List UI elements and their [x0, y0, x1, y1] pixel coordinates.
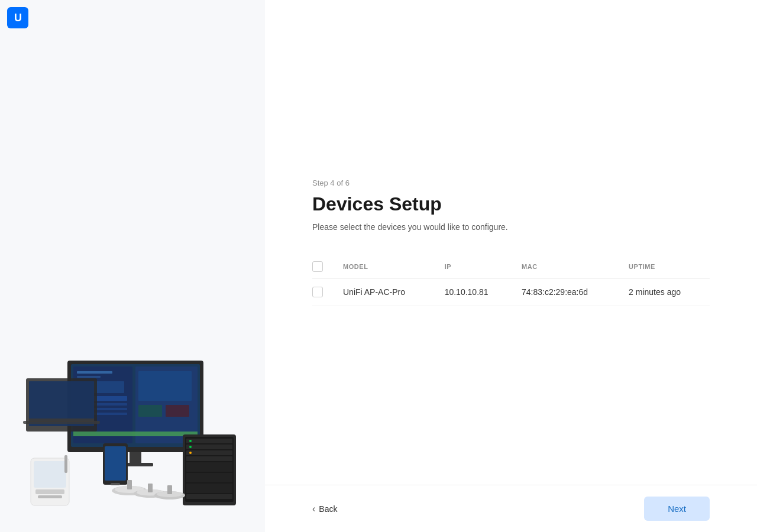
svg-rect-31 [186, 473, 232, 482]
row-checkbox-cell [312, 278, 336, 306]
svg-rect-12 [138, 371, 192, 401]
right-panel: Step 4 of 6 Devices Setup Please select … [265, 0, 757, 532]
row-checkbox[interactable] [312, 287, 323, 297]
svg-rect-22 [105, 446, 126, 481]
svg-rect-14 [166, 405, 189, 417]
col-ip: IP [438, 255, 515, 278]
svg-rect-42 [148, 484, 153, 492]
svg-rect-23 [111, 483, 120, 485]
svg-rect-28 [186, 450, 232, 455]
devices-table: MODEL IP MAC UPTIME [312, 255, 710, 306]
svg-rect-20 [23, 421, 100, 424]
cell-model: UniFi AP-AC-Pro [336, 278, 438, 306]
select-all-checkbox[interactable] [312, 261, 323, 272]
left-panel [0, 0, 265, 532]
chevron-left-icon: ‹ [312, 504, 315, 514]
page-description: Please select the devices you would like… [312, 222, 710, 232]
svg-rect-29 [186, 456, 232, 461]
svg-rect-27 [186, 445, 232, 449]
svg-rect-5 [77, 371, 112, 374]
header-checkbox-cell [312, 255, 336, 278]
svg-rect-33 [186, 494, 232, 499]
svg-rect-50 [64, 455, 67, 473]
svg-point-35 [189, 446, 192, 448]
step-label: Step 4 of 6 [312, 179, 710, 187]
svg-rect-13 [138, 405, 162, 417]
svg-point-34 [189, 440, 192, 442]
svg-rect-47 [34, 461, 66, 488]
page-title: Devices Setup [312, 193, 710, 215]
cell-ip: 10.10.10.81 [438, 278, 515, 306]
svg-rect-39 [127, 480, 132, 489]
svg-rect-4 [73, 432, 198, 436]
footer: ‹ Back Next [265, 485, 757, 532]
svg-rect-15 [130, 452, 141, 464]
logo-button[interactable]: U [7, 7, 28, 28]
svg-rect-6 [77, 376, 101, 378]
table-row: UniFi AP-AC-Pro 10.10.10.81 74:83:c2:29:… [312, 278, 710, 306]
next-button[interactable]: Next [644, 497, 710, 521]
content-area: Step 4 of 6 Devices Setup Please select … [265, 0, 757, 485]
svg-rect-48 [35, 489, 64, 494]
cell-mac: 74:83:c2:29:ea:6d [515, 278, 622, 306]
col-uptime: UPTIME [622, 255, 710, 278]
svg-rect-26 [186, 439, 232, 443]
logo-label: U [14, 12, 21, 24]
svg-point-36 [189, 452, 192, 454]
col-model: MODEL [336, 255, 438, 278]
table-header-row: MODEL IP MAC UPTIME [312, 255, 710, 278]
svg-rect-45 [167, 485, 172, 494]
device-illustration [0, 0, 265, 532]
back-label: Back [319, 504, 337, 514]
svg-rect-30 [186, 462, 232, 472]
svg-rect-32 [186, 484, 232, 493]
cell-uptime: 2 minutes ago [622, 278, 710, 306]
svg-rect-49 [38, 495, 62, 498]
col-mac: MAC [515, 255, 622, 278]
back-button[interactable]: ‹ Back [312, 504, 337, 514]
